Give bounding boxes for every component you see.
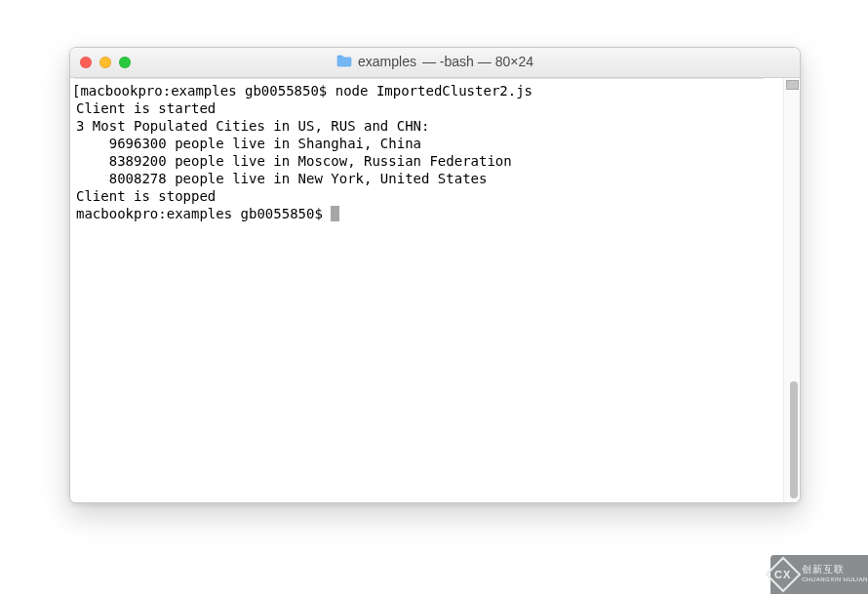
terminal-output[interactable]: [macbookpro:examples gb0055850$ node Imp…	[70, 78, 783, 502]
scrollbar-thumb[interactable]	[790, 381, 798, 498]
watermark: CX 创新互联 CHUANGXIN HULIAN	[770, 555, 868, 594]
output-line: 3 Most Populated Cities in US, RUS and C…	[76, 118, 429, 134]
terminal-window: examples — -bash — 80×24 [macbookpro:exa…	[69, 47, 801, 503]
output-line: Client is started	[76, 100, 216, 116]
minimize-icon[interactable]	[99, 57, 111, 68]
title-rest: — -bash — 80×24	[422, 54, 533, 69]
terminal-body[interactable]: [macbookpro:examples gb0055850$ node Imp…	[70, 78, 800, 502]
scroll-split-icon[interactable]	[786, 80, 799, 90]
close-icon[interactable]	[80, 57, 92, 68]
title-folder: examples	[358, 54, 416, 69]
prompt-1-cmd: node ImportedCluster2.js	[335, 83, 533, 99]
output-line: 8008278 people live in New York, United …	[76, 171, 487, 186]
output-line: Client is stopped	[76, 188, 216, 204]
titlebar[interactable]: examples — -bash — 80×24	[70, 48, 800, 78]
top-divider	[74, 78, 764, 79]
window-title: examples — -bash — 80×24	[70, 54, 800, 72]
prompt-2: macbookpro:examples gb0055850$	[76, 206, 331, 221]
scrollbar-gutter[interactable]	[783, 78, 800, 502]
prompt-1-host: macbookpro:examples gb0055850$	[80, 83, 335, 99]
zoom-icon[interactable]	[119, 57, 131, 68]
cursor	[331, 206, 339, 221]
output-line: 8389200 people live in Moscow, Russian F…	[76, 153, 512, 169]
watermark-text: 创新互联 CHUANGXIN HULIAN	[802, 564, 868, 585]
folder-icon	[336, 55, 352, 67]
traffic-lights	[80, 57, 131, 68]
output-line: 9696300 people live in Shanghai, China	[76, 136, 421, 151]
watermark-logo: CX	[766, 557, 802, 593]
